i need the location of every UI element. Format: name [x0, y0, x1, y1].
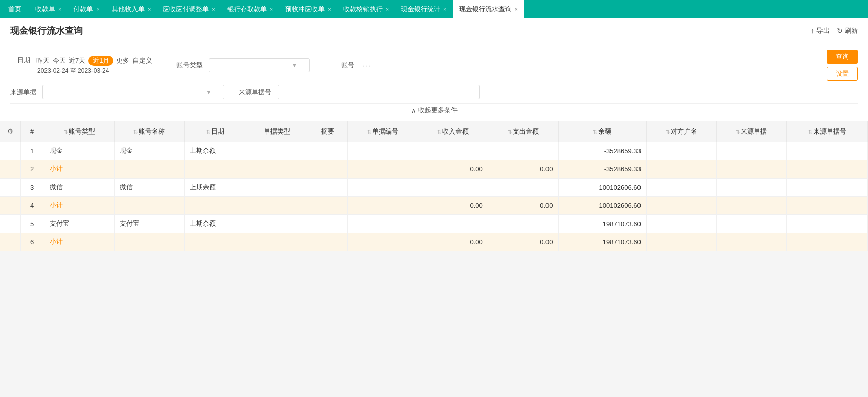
- row-doc-type: [246, 196, 308, 214]
- account-label: 账号: [334, 61, 354, 70]
- date-filter-label: 日期: [10, 56, 30, 65]
- source-doc-select[interactable]: ▼: [42, 85, 224, 99]
- row-counterparty: [646, 178, 716, 196]
- row-doc-no: [348, 142, 418, 160]
- date-opt-1month[interactable]: 近1月: [88, 56, 113, 66]
- other-income-close-icon[interactable]: ×: [148, 6, 151, 12]
- nav-tab-payment[interactable]: 付款单 ×: [67, 0, 105, 18]
- row-doc-type: [246, 233, 308, 251]
- row-source-doc-no: [787, 214, 868, 233]
- settings-button[interactable]: 设置: [827, 67, 858, 81]
- row-summary: [308, 233, 348, 251]
- nav-tab-ar-ap-adjust[interactable]: 应收应付调整单 ×: [157, 0, 221, 18]
- refresh-icon: ↻: [837, 27, 843, 35]
- cash-bank-stat-close-icon[interactable]: ×: [443, 6, 446, 12]
- table-header: ⚙ # ⇅账号类型 ⇅账号名称 ⇅日期 单据类型 摘要 ⇅单据编号 ⇅收入金额 …: [0, 121, 868, 142]
- table-settings-icon[interactable]: ⚙: [6, 127, 15, 136]
- payment-close-icon[interactable]: ×: [96, 6, 99, 12]
- export-button[interactable]: ↑ 导出: [811, 26, 830, 35]
- ar-ap-close-icon[interactable]: ×: [212, 6, 215, 12]
- row-account-name: 支付宝: [114, 214, 185, 233]
- table-body: 1现金现金上期余额-3528659.332小计0.000.00-3528659.…: [0, 142, 868, 251]
- source-doc-no-filter: 来源单据号: [239, 85, 480, 99]
- refresh-button[interactable]: ↻ 刷新: [837, 26, 858, 35]
- col-balance[interactable]: ⇅余额: [558, 121, 646, 142]
- row-summary: [308, 178, 348, 196]
- account-type-select[interactable]: ▼: [209, 58, 310, 72]
- export-icon: ↑: [811, 27, 814, 35]
- cash-bank-flow-tab-label: 现金银行流水查询: [459, 5, 512, 14]
- account-type-filter: 账号类型 ▼: [176, 58, 310, 72]
- prepaid-offset-tab-label: 预收冲应收单: [285, 5, 325, 14]
- row-checkbox: [0, 160, 20, 178]
- row-account-type: 小计: [44, 196, 114, 214]
- write-off-close-icon[interactable]: ×: [386, 6, 389, 12]
- prepaid-offset-close-icon[interactable]: ×: [328, 6, 331, 12]
- export-label: 导出: [816, 26, 830, 35]
- row-counterparty: [646, 214, 716, 233]
- row-num: 6: [20, 233, 44, 251]
- table-row: 5支付宝支付宝上期余额19871073.60: [0, 214, 868, 233]
- row-source-doc-no: [787, 196, 868, 214]
- row-expense: [488, 178, 558, 196]
- date-opt-more[interactable]: 更多: [116, 56, 129, 65]
- col-income[interactable]: ⇅收入金额: [418, 121, 488, 142]
- col-counterparty[interactable]: ⇅对方户名: [646, 121, 716, 142]
- cash-bank-flow-close-icon[interactable]: ×: [515, 6, 518, 12]
- top-nav: 首页 收款单 × 付款单 × 其他收入单 × 应收应付调整单 × 银行存取款单 …: [0, 0, 868, 18]
- col-doc-no[interactable]: ⇅单据编号: [348, 121, 418, 142]
- source-doc-no-input[interactable]: [278, 85, 480, 99]
- col-source-doc[interactable]: ⇅来源单据: [716, 121, 787, 142]
- receipt-close-icon[interactable]: ×: [58, 6, 61, 12]
- row-income: 0.00: [418, 160, 488, 178]
- row-account-type: 支付宝: [44, 214, 114, 233]
- nav-tab-prepaid-offset[interactable]: 预收冲应收单 ×: [279, 0, 337, 18]
- row-num: 4: [20, 196, 44, 214]
- row-account-type: 微信: [44, 178, 114, 196]
- col-account-name[interactable]: ⇅账号名称: [114, 121, 185, 142]
- col-date[interactable]: ⇅日期: [185, 121, 246, 142]
- row-counterparty: [646, 196, 716, 214]
- account-more-dots[interactable]: ···: [362, 62, 371, 69]
- date-opt-7days[interactable]: 近7天: [69, 56, 85, 65]
- row-expense: [488, 142, 558, 160]
- date-opt-today[interactable]: 今天: [53, 56, 66, 65]
- row-checkbox: [0, 196, 20, 214]
- row-num: 1: [20, 142, 44, 160]
- nav-tab-cash-bank-flow[interactable]: 现金银行流水查询 ×: [453, 0, 524, 18]
- row-source-doc-no: [787, 142, 868, 160]
- filter-row-2: 来源单据 ▼ 来源单据号: [10, 85, 858, 99]
- page-title: 现金银行流水查询: [10, 25, 83, 37]
- col-source-doc-no[interactable]: ⇅来源单据号: [787, 121, 868, 142]
- row-checkbox: [0, 214, 20, 233]
- row-balance: 100102606.60: [558, 178, 646, 196]
- account-filter: 账号 ···: [334, 61, 373, 70]
- col-account-type[interactable]: ⇅账号类型: [44, 121, 114, 142]
- cash-bank-stat-tab-label: 现金银行统计: [401, 5, 440, 14]
- nav-tab-receipt[interactable]: 收款单 ×: [29, 0, 67, 18]
- nav-tab-home[interactable]: 首页: [0, 0, 29, 18]
- row-account-type: 小计: [44, 160, 114, 178]
- nav-tab-cash-bank-stat[interactable]: 现金银行统计 ×: [395, 0, 452, 18]
- nav-tab-bank-deposit[interactable]: 银行存取款单 ×: [221, 0, 279, 18]
- row-balance: 19871073.60: [558, 233, 646, 251]
- row-doc-type: [246, 160, 308, 178]
- row-counterparty: [646, 142, 716, 160]
- home-tab-label: 首页: [8, 5, 21, 14]
- nav-tab-other-income[interactable]: 其他收入单 ×: [106, 0, 157, 18]
- date-opt-yesterday[interactable]: 昨天: [36, 56, 50, 65]
- row-num: 5: [20, 214, 44, 233]
- row-num: 2: [20, 160, 44, 178]
- col-settings[interactable]: ⚙: [0, 121, 20, 142]
- bank-deposit-close-icon[interactable]: ×: [270, 6, 273, 12]
- row-source-doc: [716, 142, 787, 160]
- row-income: [418, 214, 488, 233]
- col-expense[interactable]: ⇅支出金额: [488, 121, 558, 142]
- row-doc-no: [348, 196, 418, 214]
- collapse-button[interactable]: ∧ 收起更多条件: [10, 103, 858, 117]
- table-row: 6小计0.000.0019871073.60: [0, 233, 868, 251]
- query-button[interactable]: 查询: [827, 50, 858, 64]
- table-row: 1现金现金上期余额-3528659.33: [0, 142, 868, 160]
- nav-tab-write-off[interactable]: 收款核销执行 ×: [337, 0, 395, 18]
- date-opt-custom[interactable]: 自定义: [132, 56, 152, 65]
